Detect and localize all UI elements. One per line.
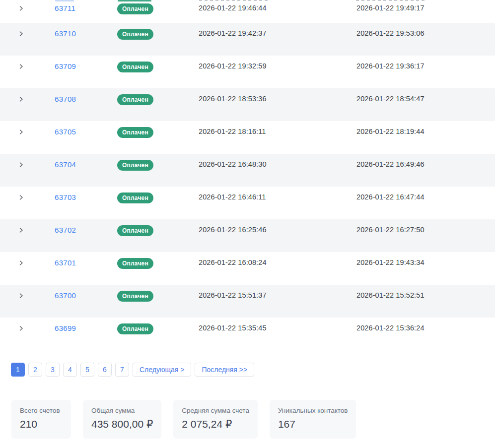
invoice-number-cell: 63701 [55,257,117,268]
page-button[interactable]: 3 [46,363,60,377]
expand-cell [0,257,55,268]
status-cell: Оплачен [117,127,199,138]
invoice-number-cell: 63704 [55,159,117,170]
status-cell: Оплачен [117,257,199,269]
table-row: 63703 Оплачен 2026-01-22 16:46:11 2026-0… [0,187,495,219]
expand-cell [0,192,55,202]
stat-value: 167 [278,418,348,431]
invoice-number-cell: 63705 [55,127,117,137]
invoice-number-link[interactable]: 63710 [55,29,76,38]
table-row: 63702 Оплачен 2026-01-22 16:25:46 2026-0… [0,219,495,252]
paid-datetime: 2026-01-22 19:49:17 [356,3,495,13]
invoice-number-cell: 63700 [55,290,117,301]
invoice-number-link[interactable]: 63711 [55,4,75,12]
created-datetime: 2026-01-22 19:46:44 [199,3,356,13]
expand-chevron-icon[interactable] [18,225,24,235]
paid-datetime: 2026-01-22 16:49:46 [356,159,495,170]
cropped-invoice-link-fragment [55,0,74,1]
invoice-number-link[interactable]: 63703 [55,193,76,201]
expand-chevron-icon[interactable] [18,127,24,137]
table-row: 63708 Оплачен 2026-01-22 18:53:36 2026-0… [0,88,495,121]
created-datetime: 2026-01-22 19:32:59 [199,61,356,71]
status-cell: Оплачен [117,192,199,203]
paid-datetime: 2026-01-22 16:27:50 [356,225,495,235]
page-button[interactable]: 1 [11,363,25,377]
expand-cell [0,290,55,301]
expand-cell [0,323,55,333]
paid-datetime: 2026-01-22 19:53:06 [356,28,495,39]
created-datetime: 2026-01-22 18:16:11 [199,127,356,137]
invoice-number-link[interactable]: 63700 [55,291,76,300]
table-row: 63710 Оплачен 2026-01-22 19:42:37 2026-0… [0,23,495,56]
expand-chevron-icon[interactable] [18,323,24,333]
page-button[interactable]: 6 [98,363,112,377]
paid-datetime: 2026-01-22 15:36:24 [356,323,495,333]
table-row: 63701 Оплачен 2026-01-22 16:08:24 2026-0… [0,252,495,285]
expand-cell [0,28,55,39]
created-datetime: 2026-01-22 16:48:30 [199,159,356,170]
status-cell: Оплачен [117,225,199,236]
status-cell: Оплачен [117,323,199,334]
expand-cell [0,61,55,71]
stat-label: Средняя сумма счета [182,406,249,415]
next-page-button[interactable]: Следующая > [133,363,191,377]
status-cell: Оплачен [117,61,199,72]
status-badge: Оплачен [117,258,153,269]
status-cell: Оплачен [117,94,199,105]
stat-value: 2 075,24 ₽ [182,418,249,431]
invoice-number-cell: 63709 [55,61,117,71]
status-badge: Оплачен [117,225,153,236]
stat-card: Средняя сумма счета 2 075,24 ₽ [173,400,258,439]
expand-chevron-icon[interactable] [18,61,24,71]
expand-chevron-icon[interactable] [18,159,24,170]
table-row: 63711 Оплачен 2026-01-22 19:46:44 2026-0… [0,0,495,23]
invoice-number-link[interactable]: 63699 [55,324,76,332]
expand-chevron-icon[interactable] [18,3,24,13]
status-cell: Оплачен [117,3,199,14]
status-badge: Оплачен [117,29,153,40]
stat-label: Всего счетов [20,406,63,415]
expand-chevron-icon[interactable] [18,257,24,268]
expand-chevron-icon[interactable] [18,290,24,301]
stat-card: Общая сумма 435 800,00 ₽ [83,400,161,439]
status-badge: Оплачен [117,3,153,14]
expand-chevron-icon[interactable] [18,28,24,39]
invoice-number-link[interactable]: 63705 [55,128,76,136]
summary-stats: Всего счетов 210 Общая сумма 435 800,00 … [11,400,495,439]
table-row: 63704 Оплачен 2026-01-22 16:48:30 2026-0… [0,154,495,187]
last-page-button[interactable]: Последняя >> [195,363,254,377]
status-cell: Оплачен [117,28,199,40]
paid-datetime: 2026-01-22 16:47:44 [356,192,495,202]
page-button[interactable]: 5 [80,363,94,377]
page-buttons: 1 2 3 4 5 6 7 [11,363,129,377]
page-button[interactable]: 2 [28,363,42,377]
paid-datetime: 2026-01-22 18:54:47 [356,94,495,104]
invoice-number-link[interactable]: 63702 [55,226,76,234]
invoices-table: 63711 Оплачен 2026-01-22 19:46:44 2026-0… [0,0,495,350]
invoices-page: 63711 Оплачен 2026-01-22 19:46:44 2026-0… [0,0,495,439]
status-cell: Оплачен [117,290,199,302]
created-datetime: 2026-01-22 16:25:46 [199,225,356,235]
created-datetime: 2026-01-22 15:51:37 [199,290,356,301]
invoice-number-link[interactable]: 63701 [55,258,76,267]
created-datetime: 2026-01-22 19:42:37 [199,28,356,39]
paid-datetime: 2026-01-22 19:43:34 [356,257,495,268]
table-row: 63699 Оплачен 2026-01-22 15:35:45 2026-0… [0,318,495,350]
status-badge: Оплачен [117,160,153,171]
expand-chevron-icon[interactable] [18,94,24,104]
stat-value: 435 800,00 ₽ [91,418,153,431]
invoice-number-link[interactable]: 63708 [55,95,76,103]
created-datetime: 2026-01-22 18:53:36 [199,94,356,104]
invoice-number-link[interactable]: 63709 [55,62,76,70]
expand-chevron-icon[interactable] [18,192,24,202]
status-badge: Оплачен [117,127,153,138]
page-button[interactable]: 7 [115,363,129,377]
expand-cell [0,225,55,235]
invoice-number-link[interactable]: 63704 [55,160,76,169]
table-row: 63700 Оплачен 2026-01-22 15:51:37 2026-0… [0,285,495,318]
status-badge: Оплачен [117,94,153,105]
invoice-number-cell: 63710 [55,28,117,39]
page-button[interactable]: 4 [63,363,77,377]
created-datetime: 2026-01-22 16:46:11 [199,192,356,202]
cropped-created-date-fragment [199,0,269,1]
